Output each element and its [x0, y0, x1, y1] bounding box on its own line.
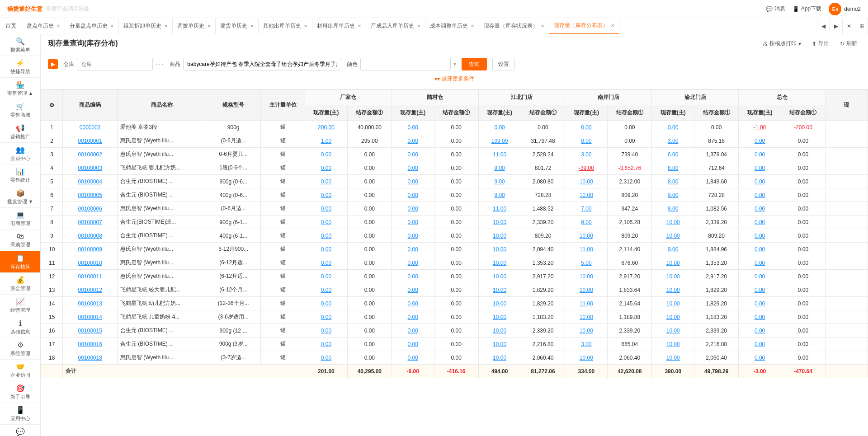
total-qty-link[interactable]: 0.00: [755, 178, 765, 185]
total-qty-link[interactable]: 0.00: [755, 341, 765, 347]
jiangbei-qty-link[interactable]: 10.00: [493, 233, 506, 239]
sidebar-item-retail-stats[interactable]: 📊 零售统计: [0, 164, 40, 186]
factory-qty-link[interactable]: 0.00: [321, 341, 331, 347]
jiangbei-qty-link[interactable]: 10.00: [493, 341, 506, 347]
yubei-qty-link[interactable]: 8.00: [668, 206, 678, 212]
total-qty-link[interactable]: 0.00: [755, 233, 765, 239]
yubei-qty-link[interactable]: 8.00: [668, 165, 678, 171]
tab-close-all-button[interactable]: ✕: [843, 18, 855, 34]
code-link[interactable]: 00100013: [78, 300, 102, 307]
nanan-qty-link[interactable]: 10.00: [580, 192, 593, 198]
sidebar-item-app-center[interactable]: 📱 应用中心: [0, 403, 40, 425]
lucun-qty-link[interactable]: 0.00: [408, 138, 418, 144]
sidebar-item-retail-mgmt[interactable]: 🏪 零售管理 ▲: [0, 78, 40, 99]
factory-qty-link[interactable]: 0.00: [321, 165, 331, 171]
code-link[interactable]: 00100015: [78, 328, 102, 334]
jiangbei-qty-link[interactable]: 10.00: [493, 287, 506, 293]
code-link[interactable]: 00100003: [78, 165, 102, 171]
tab-menu-button[interactable]: ⊞: [855, 18, 868, 34]
nanan-qty-link[interactable]: 10.00: [580, 314, 593, 320]
jiangbei-qty-link[interactable]: 9.00: [494, 165, 505, 171]
yubei-qty-link[interactable]: 10.00: [666, 314, 680, 320]
nanan-qty-link[interactable]: 10.00: [580, 287, 593, 293]
total-qty-link[interactable]: 0.00: [755, 246, 765, 253]
jiangbei-qty-link[interactable]: 0.00: [494, 124, 505, 131]
jiangbei-qty-link[interactable]: 10.00: [493, 314, 506, 320]
factory-qty-link[interactable]: 0.00: [321, 300, 331, 307]
factory-qty-link[interactable]: 200.00: [318, 124, 335, 131]
lucun-qty-link[interactable]: 0.00: [408, 165, 418, 171]
code-link[interactable]: 00100009: [78, 246, 102, 253]
nanan-qty-link[interactable]: 11.00: [580, 300, 593, 307]
sidebar-item-wechat[interactable]: 💬 企业微信: [0, 425, 40, 436]
factory-qty-link[interactable]: 0.00: [321, 206, 331, 212]
total-qty-link[interactable]: 0.00: [755, 165, 765, 171]
sidebar-item-search[interactable]: 🔍 搜索英单: [0, 34, 40, 56]
tab-close-7[interactable]: ✕: [358, 23, 361, 28]
lucun-qty-link[interactable]: 0.00: [408, 178, 418, 185]
tab-home[interactable]: 首页: [0, 18, 22, 34]
yubei-qty-link[interactable]: 0.00: [668, 124, 678, 131]
yubei-qty-link[interactable]: 10.00: [666, 300, 680, 307]
tab-8[interactable]: 产成品入库单历史 ✕: [366, 18, 425, 34]
code-link[interactable]: 00100002: [78, 151, 102, 158]
tab-11-active[interactable]: 现存量（库存分布表） ✕: [549, 18, 619, 34]
jiangbei-qty-link[interactable]: 10.00: [493, 219, 506, 225]
yubei-qty-link[interactable]: 9.00: [668, 192, 678, 198]
color-input[interactable]: [360, 58, 451, 70]
sidebar-item-mall[interactable]: 🛒 零售商城: [0, 99, 40, 121]
jiangbei-qty-link[interactable]: 109.00: [491, 138, 508, 144]
factory-qty-link[interactable]: 0.00: [321, 287, 331, 293]
lucun-qty-link[interactable]: 0.00: [408, 287, 418, 293]
nanan-qty-link[interactable]: 5.00: [581, 260, 591, 266]
app-download-button[interactable]: 📱 App下载: [793, 5, 821, 13]
yubei-qty-link[interactable]: 10.00: [666, 287, 680, 293]
lucun-qty-link[interactable]: 0.00: [408, 260, 418, 266]
jiangbei-qty-link[interactable]: 9.00: [494, 192, 505, 198]
sidebar-item-basic-info[interactable]: ℹ 基础信息: [0, 316, 40, 338]
jiangbei-qty-link[interactable]: 10.00: [493, 355, 506, 361]
tab-7[interactable]: 材料出库单历史 ✕: [312, 18, 366, 34]
nanan-qty-link[interactable]: 3.00: [581, 341, 591, 347]
tab-9[interactable]: 成本调整单历史 ✕: [425, 18, 479, 34]
tab-close-10[interactable]: ✕: [541, 23, 544, 28]
total-qty-link[interactable]: 0.00: [755, 206, 765, 212]
lucun-qty-link[interactable]: 0.00: [408, 192, 418, 198]
yubei-qty-link[interactable]: 10.00: [666, 341, 680, 347]
code-link[interactable]: 00100001: [78, 138, 102, 144]
jiangbei-qty-link[interactable]: 11.00: [493, 151, 506, 158]
settings-cog-icon[interactable]: ⚙: [49, 102, 54, 108]
total-qty-link[interactable]: 0.00: [755, 314, 765, 320]
code-link[interactable]: 00100010: [78, 260, 102, 266]
total-qty-link[interactable]: 0.00: [755, 192, 765, 198]
lucun-qty-link[interactable]: 0.00: [408, 206, 418, 212]
factory-qty-link[interactable]: 0.00: [321, 246, 331, 253]
code-link[interactable]: 00100014: [78, 314, 102, 320]
factory-qty-link[interactable]: 0.00: [321, 192, 331, 198]
sidebar-item-wholesale[interactable]: 📦 批发管理 ▼: [0, 186, 40, 208]
jiangbei-qty-link[interactable]: 10.00: [493, 260, 506, 266]
sidebar-item-ecommerce[interactable]: 💻 电商管理: [0, 208, 40, 230]
sidebar-item-system[interactable]: ⚙ 系统管理: [0, 338, 40, 360]
settings-button[interactable]: 设置: [492, 58, 515, 70]
tab-2[interactable]: 分量盘点单历史 ✕: [65, 18, 119, 34]
tab-close-3[interactable]: ✕: [164, 23, 168, 28]
expand-conditions-button[interactable]: ▾▾ 展开更多条件: [431, 73, 478, 84]
nanan-qty-link[interactable]: 10.00: [580, 233, 593, 239]
code-link[interactable]: 00100012: [78, 287, 102, 293]
yubei-qty-link[interactable]: 8.00: [668, 178, 678, 185]
lucun-qty-link[interactable]: 0.00: [408, 219, 418, 225]
tab-close-2[interactable]: ✕: [110, 23, 114, 28]
goods-input[interactable]: [183, 58, 341, 70]
tab-close-4[interactable]: ✕: [207, 23, 211, 28]
th-settings[interactable]: ⚙: [41, 90, 63, 121]
sidebar-item-member[interactable]: 👥 会员中心: [0, 143, 40, 164]
total-qty-link[interactable]: 0.00: [755, 260, 765, 266]
export-button[interactable]: ⬆ 导出: [808, 38, 833, 49]
yubei-qty-link[interactable]: 9.00: [668, 246, 678, 253]
factory-qty-link[interactable]: 0.00: [321, 273, 331, 280]
tab-close-6[interactable]: ✕: [304, 23, 307, 28]
total-qty-link[interactable]: 0.00: [755, 287, 765, 293]
total-qty-link[interactable]: 0.00: [755, 328, 765, 334]
factory-qty-link[interactable]: 0.00: [321, 178, 331, 185]
